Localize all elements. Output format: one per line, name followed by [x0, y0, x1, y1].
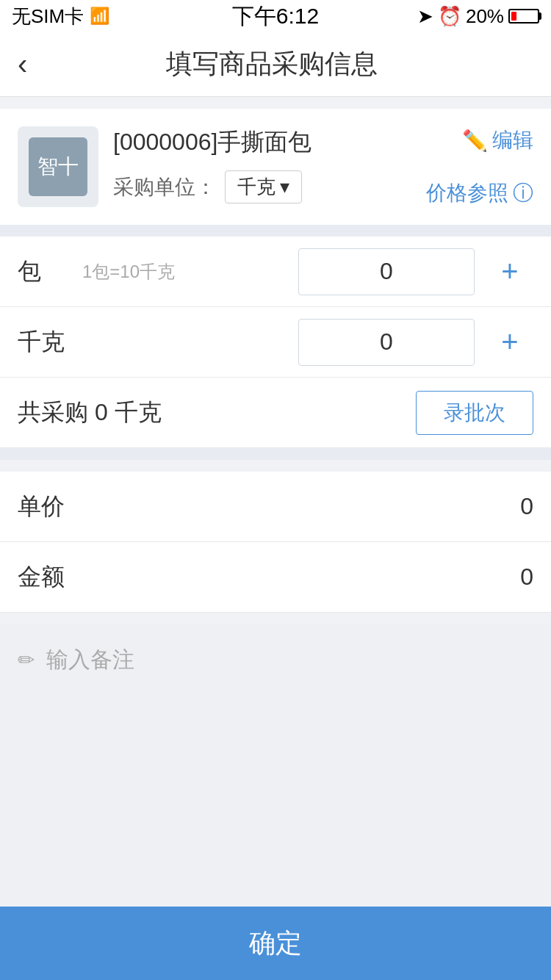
kilogram-value: 0 — [380, 328, 393, 356]
pencil-icon: ✏ — [18, 648, 35, 672]
status-bar-time: 下午6:12 — [232, 1, 319, 32]
battery-fill — [511, 12, 516, 21]
remark-section[interactable]: ✏ 输入备注 — [0, 624, 551, 696]
confirm-button[interactable]: 确定 — [0, 907, 551, 980]
input-section: 包 1包=10千克 0 + 千克 0 + 共采购 0 千克 录批次 — [0, 237, 551, 448]
carrier-label: 无SIM卡 — [12, 4, 84, 29]
help-icon: ⓘ — [513, 179, 533, 207]
unit-value: 千克 — [237, 174, 276, 200]
amount-row: 金额 0 — [0, 542, 551, 613]
edit-button[interactable]: ✏️ 编辑 — [462, 126, 533, 154]
summary-text: 共采购 0 千克 — [18, 397, 162, 429]
page-title: 填写商品采购信息 — [39, 46, 504, 82]
batch-label: 录批次 — [444, 399, 505, 427]
product-card: 智十 [0000006]手撕面包 采购单位： 千克 ▾ ✏️ 编辑 价格参照 ⓘ — [0, 109, 551, 225]
amount-label: 金额 — [18, 561, 65, 594]
kilogram-input[interactable]: 0 — [298, 319, 475, 366]
battery-percent: 20% — [466, 5, 504, 28]
logo-text: 智十 — [37, 153, 79, 181]
section-divider-2 — [0, 448, 551, 460]
price-ref-button[interactable]: 价格参照 ⓘ — [426, 179, 533, 207]
batch-button[interactable]: 录批次 — [416, 391, 533, 435]
unit-price-value: 0 — [520, 493, 533, 520]
price-ref-label: 价格参照 — [426, 179, 508, 207]
wifi-icon: 📶 — [90, 7, 109, 26]
edit-icon: ✏️ — [462, 129, 488, 153]
location-icon: ➤ — [417, 5, 433, 28]
summary-row: 共采购 0 千克 录批次 — [0, 378, 551, 448]
unit-label: 采购单位： — [113, 173, 216, 201]
unit-select[interactable]: 千克 ▾ — [225, 170, 302, 203]
kilogram-label: 千克 — [18, 326, 76, 359]
kilogram-plus-button[interactable]: + — [486, 319, 533, 366]
section-divider-1 — [0, 225, 551, 237]
remark-placeholder: 输入备注 — [46, 645, 134, 675]
unit-price-label: 单价 — [18, 491, 65, 523]
status-bar-right: ➤ ⏰ 20% — [417, 5, 539, 28]
bao-input[interactable]: 0 — [298, 248, 475, 295]
price-section: 单价 0 金额 0 — [0, 472, 551, 613]
product-image: 智十 — [18, 126, 98, 207]
product-logo: 智十 — [29, 137, 87, 196]
battery-tip — [539, 12, 541, 20]
bao-plus-button[interactable]: + — [486, 248, 533, 295]
bottom-content — [0, 696, 551, 916]
status-bar-left: 无SIM卡 📶 — [12, 4, 109, 29]
chevron-down-icon: ▾ — [280, 176, 289, 198]
bao-label: 包 — [18, 256, 76, 288]
bao-sublabel: 1包=10千克 — [82, 260, 175, 284]
alarm-icon: ⏰ — [438, 5, 461, 28]
status-bar: 无SIM卡 📶 下午6:12 ➤ ⏰ 20% — [0, 0, 551, 32]
unit-price-row: 单价 0 — [0, 472, 551, 542]
amount-value: 0 — [520, 563, 533, 591]
nav-bar: ‹ 填写商品采购信息 — [0, 32, 551, 97]
bao-value: 0 — [380, 258, 393, 285]
kilogram-input-row: 千克 0 + — [0, 307, 551, 378]
battery-bar — [508, 9, 539, 24]
edit-label: 编辑 — [492, 126, 533, 154]
bao-input-row: 包 1包=10千克 0 + — [0, 237, 551, 307]
back-button[interactable]: ‹ — [18, 42, 39, 87]
confirm-label: 确定 — [249, 926, 302, 962]
